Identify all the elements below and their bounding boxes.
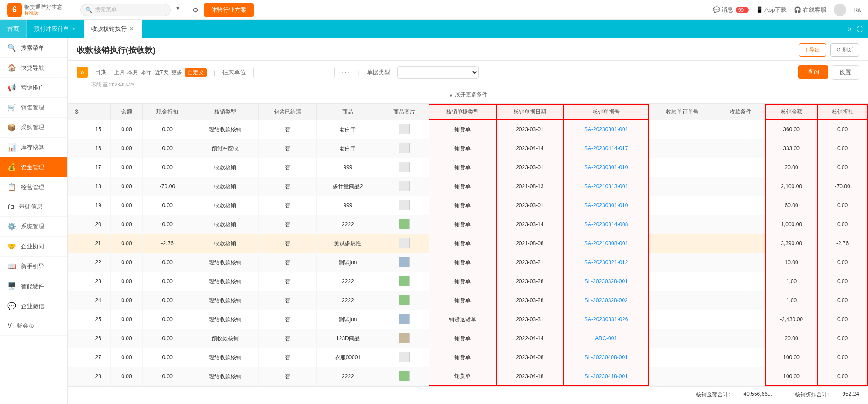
sidebar-item-member[interactable]: V 畅会员 — [0, 316, 67, 336]
counterparty-input[interactable] — [253, 67, 335, 78]
writeoff-no-link[interactable]: ABC-001 — [595, 335, 617, 342]
sidebar-item-wechat[interactable]: 💬 企业微信 — [0, 296, 67, 316]
writeoff-no-link[interactable]: SA-20210808-001 — [584, 240, 628, 247]
tab-receipt[interactable]: 收款核销执行 ✕ — [84, 20, 142, 38]
cell-writeoff-no[interactable]: SA-20230331-026 — [563, 310, 649, 329]
cell-writeoff-discount: 0.00 — [817, 139, 868, 158]
cell-writeoff-no[interactable]: SL-20230408-001 — [563, 348, 649, 367]
date-custom-btn[interactable]: 自定义 — [185, 68, 207, 77]
query-button[interactable]: 查询 — [798, 65, 828, 79]
writeoff-no-link[interactable]: SL-20230328-001 — [585, 278, 628, 285]
export-button[interactable]: ↑ 导出 — [799, 43, 826, 57]
cell-writeoff-discount: -70.00 — [817, 177, 868, 196]
total-amount-value: 40,556,66... — [744, 391, 772, 399]
date-more[interactable]: 更多 — [171, 69, 182, 76]
sidebar-item-marketing[interactable]: 📢 营销推广 — [0, 78, 67, 98]
writeoff-no-link[interactable]: SA-20210813-001 — [584, 183, 628, 190]
cell-icon — [68, 120, 86, 139]
sidebar-item-operations[interactable]: 📋 经营管理 — [0, 177, 67, 197]
th-writeoff-date: 核销单据日期 — [496, 104, 564, 120]
tab-prepay-close[interactable]: ✕ — [72, 26, 76, 32]
cell-writeoff-bill-type: 销货单 — [429, 177, 496, 196]
table-row: 21 0.00 -2.76 收款核销 否 测试多属性 销货单 2021-08-0… — [68, 234, 868, 253]
cell-writeoff-no[interactable]: SA-20230301-001 — [563, 120, 649, 139]
writeoff-no-link[interactable]: SA-20230331-026 — [584, 316, 628, 323]
settings-icon[interactable]: ⚙ — [193, 6, 198, 14]
sidebar-item-basic-info[interactable]: 🗂 基础信息 — [0, 197, 67, 217]
table-area[interactable]: ⚙ 余额 现金折扣 核销类型 包含已结清 商品 商品图片 核销单据类型 核销单据… — [68, 104, 868, 404]
expand-more-btn[interactable]: ∨ 展开更多条件 — [77, 91, 859, 99]
settings-button[interactable]: 设置 — [832, 65, 859, 80]
date-this-month[interactable]: 本月 — [127, 69, 138, 76]
window-close-icon[interactable]: ✕ — [847, 26, 852, 33]
writeoff-no-link[interactable]: SA-20230301-001 — [584, 126, 628, 133]
sidebar-item-hardware[interactable]: 🖥️ 智能硬件 — [0, 276, 67, 296]
cell-writeoff-no[interactable]: SA-20230314-008 — [563, 215, 649, 234]
messages-btn[interactable]: 💬 消息 99+ — [713, 6, 749, 14]
cell-writeoff-no[interactable]: SA-20210813-001 — [563, 177, 649, 196]
cell-writeoff-no[interactable]: SA-20230301-010 — [563, 196, 649, 215]
cell-writeoff-bill-type: 销货单 — [429, 291, 496, 310]
cell-writeoff-date: 2023-04-14 — [496, 139, 564, 158]
sidebar-item-system[interactable]: ⚙️ 系统管理 — [0, 217, 67, 237]
writeoff-no-link[interactable]: SA-20230414-017 — [584, 145, 628, 152]
sidebar-item-purchase[interactable]: 📦 采购管理 — [0, 118, 67, 138]
sidebar-item-guide[interactable]: 📖 新手引导 — [0, 257, 67, 276]
cell-receipt-order-no — [649, 196, 716, 215]
cell-included: 否 — [259, 310, 316, 329]
window-expand-icon[interactable]: ⛶ — [857, 26, 863, 33]
sidebar-item-finance[interactable]: 💰 资金管理 — [0, 157, 67, 177]
table-row: 26 0.00 0.00 预收款核销 否 123D商品 销货单 2022-04-… — [68, 329, 868, 348]
app-download-btn[interactable]: 📱 App下载 — [756, 6, 787, 14]
dropdown-icon[interactable]: ▾ — [176, 5, 187, 15]
cell-writeoff-no[interactable]: SL-20230328-002 — [563, 291, 649, 310]
tab-prepay[interactable]: 预付冲应付单 ✕ — [27, 20, 84, 38]
member-icon: V — [7, 322, 12, 330]
cell-writeoff-type: 现结收款核销 — [192, 291, 259, 310]
table-header: ⚙ 余额 现金折扣 核销类型 包含已结清 商品 商品图片 核销单据类型 核销单据… — [68, 104, 868, 120]
th-settings[interactable]: ⚙ — [68, 104, 86, 120]
online-service-btn[interactable]: 🎧 在线客服 — [794, 6, 826, 14]
writeoff-no-link[interactable]: SA-20230321-012 — [584, 259, 628, 266]
cell-writeoff-no[interactable]: ABC-001 — [563, 329, 649, 348]
search-bar[interactable]: 🔍 搜索菜单 — [80, 4, 171, 16]
sidebar-label-member: 畅会员 — [17, 322, 34, 330]
tab-home[interactable]: 首页 — [0, 20, 27, 38]
sidebar-item-quick-nav[interactable]: 🏠 快捷导航 — [0, 58, 67, 78]
cell-cash-discount: 0.00 — [143, 196, 192, 215]
cell-writeoff-discount: 0.00 — [817, 158, 868, 177]
date-last-month[interactable]: 上月 — [114, 69, 125, 76]
cell-writeoff-no[interactable]: SA-20230301-010 — [563, 158, 649, 177]
cell-writeoff-no[interactable]: SL-20230418-001 — [563, 367, 649, 386]
sidebar-item-enterprise[interactable]: 🤝 企业协同 — [0, 237, 67, 257]
tab-receipt-close[interactable]: ✕ — [129, 26, 134, 32]
cell-receipt-condition — [716, 234, 765, 253]
writeoff-no-link[interactable]: SA-20230314-008 — [584, 221, 628, 228]
writeoff-no-link[interactable]: SL-20230408-001 — [585, 354, 628, 361]
writeoff-no-link[interactable]: SL-20230418-001 — [585, 373, 628, 380]
cell-receipt-condition — [716, 120, 765, 139]
refresh-button[interactable]: ↺ 刷新 — [830, 43, 859, 57]
cell-writeoff-no[interactable]: SA-20230321-012 — [563, 253, 649, 272]
solution-button[interactable]: 体验行业方案 — [204, 3, 254, 17]
sidebar-item-search[interactable]: 🔍 搜索菜单 — [0, 38, 67, 58]
cell-writeoff-bill-type: 销货单 — [429, 348, 496, 367]
writeoff-no-link[interactable]: SA-20230301-010 — [584, 202, 628, 209]
filter-expand-btn[interactable]: » — [77, 67, 88, 78]
writeoff-no-link[interactable]: SA-20230301-010 — [584, 164, 628, 171]
sidebar-item-inventory[interactable]: 📊 库存核算 — [0, 138, 67, 157]
cell-receipt-condition — [716, 215, 765, 234]
sidebar-label-sales: 销售管理 — [21, 104, 44, 112]
cell-writeoff-no[interactable]: SL-20230328-001 — [563, 272, 649, 291]
sidebar-item-sales[interactable]: 🛒 销售管理 — [0, 98, 67, 118]
cell-included: 否 — [259, 234, 316, 253]
date-this-year[interactable]: 本年 — [141, 69, 152, 76]
cell-goods: 老白干 — [316, 120, 379, 139]
cell-writeoff-no[interactable]: SA-20230414-017 — [563, 139, 649, 158]
cell-receipt-condition — [716, 272, 765, 291]
bill-type-select[interactable] — [397, 66, 479, 79]
writeoff-no-link[interactable]: SL-20230328-002 — [585, 297, 628, 304]
date-last-7days[interactable]: 近7天 — [155, 69, 169, 76]
table-row: 28 0.00 0.00 现结收款核销 否 2222 销货单 2023-04-1… — [68, 367, 868, 386]
cell-writeoff-no[interactable]: SA-20210808-001 — [563, 234, 649, 253]
